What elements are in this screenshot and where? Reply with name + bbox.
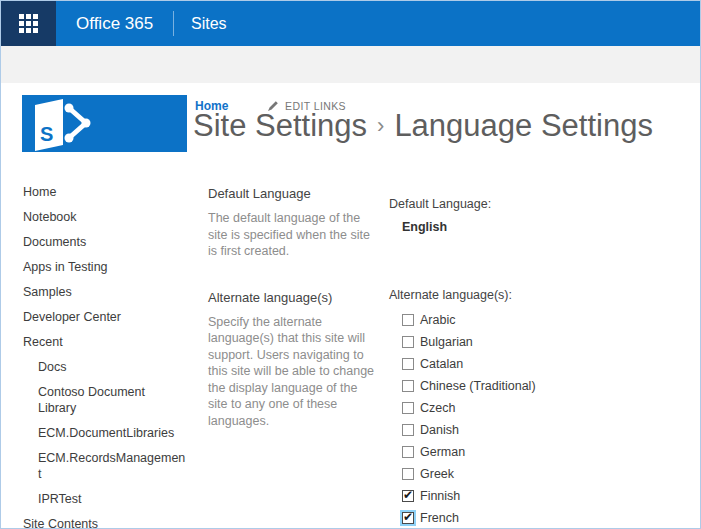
breadcrumb-chevron-icon: ›	[377, 113, 384, 138]
language-checkbox[interactable]	[402, 424, 414, 436]
settings-description-column: Default Language The default language of…	[208, 186, 376, 459]
default-language-section-description: The default language of the site is spec…	[208, 210, 376, 260]
sidebar-item[interactable]: Developer Center	[23, 309, 183, 325]
language-checkbox[interactable]	[402, 490, 414, 502]
sidebar-item[interactable]: IPRTest	[38, 491, 186, 507]
language-checkbox-row[interactable]: Finnish	[402, 485, 649, 507]
ribbon-band	[1, 46, 700, 83]
alternate-language-section: Alternate language(s) Specify the altern…	[208, 290, 376, 430]
language-checkbox[interactable]	[402, 512, 414, 524]
language-checkbox[interactable]	[402, 468, 414, 480]
sidebar-item[interactable]: Recent	[23, 334, 183, 350]
language-checkbox-label[interactable]: Catalan	[420, 357, 463, 371]
sidebar-item[interactable]: ECM.RecordsManagement	[38, 450, 186, 482]
language-checkbox[interactable]	[402, 336, 414, 348]
language-checkbox[interactable]	[402, 380, 414, 392]
sites-nav-link[interactable]: Sites	[191, 1, 227, 46]
language-checkbox[interactable]	[402, 446, 414, 458]
sidebar-item[interactable]: Docs	[38, 359, 186, 375]
language-checkbox-row[interactable]: Chinese (Traditional)	[402, 375, 649, 397]
language-checkbox[interactable]	[402, 314, 414, 326]
svg-text:S: S	[40, 123, 53, 145]
office365-suite-bar: Office 365 Sites	[1, 1, 700, 46]
page-title-current: Language Settings	[394, 108, 653, 143]
default-language-section: Default Language The default language of…	[208, 186, 376, 260]
language-checkbox-row[interactable]: Arabic	[402, 309, 649, 331]
alternate-language-label: Alternate language(s):	[389, 288, 649, 302]
sharepoint-language-settings-page: Office 365 Sites S Home EDIT LINKS Site …	[0, 0, 701, 529]
sidebar-item[interactable]: Contoso Document Library	[38, 384, 186, 416]
language-checkbox-label[interactable]: Greek	[420, 467, 454, 481]
language-checkbox-label[interactable]: Arabic	[420, 313, 455, 327]
language-checkbox-list: Arabic Bulgarian Catalan Chinese (Tradit…	[389, 309, 649, 529]
sharepoint-logo-icon: S	[22, 95, 187, 152]
page-title: Site Settings›Language Settings	[193, 108, 693, 144]
sidebar-item[interactable]: Notebook	[23, 209, 183, 225]
language-checkbox-label[interactable]: Danish	[420, 423, 459, 437]
alternate-language-field: Alternate language(s): Arabic Bulgarian …	[389, 288, 649, 529]
suite-bar-divider	[173, 11, 174, 36]
alternate-language-section-title: Alternate language(s)	[208, 290, 376, 305]
language-checkbox-label[interactable]: Bulgarian	[420, 335, 473, 349]
sidebar-item[interactable]: Home	[23, 184, 183, 200]
sidebar-nav: Home Notebook Documents Apps in Testing …	[23, 184, 188, 529]
sharepoint-site-logo[interactable]: S	[22, 95, 187, 152]
language-checkbox-label[interactable]: German	[420, 445, 465, 459]
sidebar-item[interactable]: ECM.DocumentLibraries	[38, 425, 186, 441]
default-language-section-title: Default Language	[208, 186, 376, 201]
sidebar-item[interactable]: Documents	[23, 234, 183, 250]
office365-brand-label: Office 365	[76, 1, 153, 46]
language-checkbox-row[interactable]: Czech	[402, 397, 649, 419]
sidebar-item[interactable]: Apps in Testing	[23, 259, 183, 275]
default-language-label: Default Language:	[389, 197, 639, 211]
alternate-language-section-description: Specify the alternate language(s) that t…	[208, 314, 376, 430]
language-checkbox-row[interactable]: Catalan	[402, 353, 649, 375]
language-checkbox-row[interactable]: German	[402, 441, 649, 463]
language-checkbox[interactable]	[402, 358, 414, 370]
language-checkbox-label[interactable]: Czech	[420, 401, 455, 415]
page-title-parent: Site Settings	[193, 108, 367, 143]
language-checkbox-label[interactable]: Finnish	[420, 489, 460, 503]
app-launcher-button[interactable]	[1, 1, 56, 46]
language-checkbox[interactable]	[402, 402, 414, 414]
language-checkbox-label[interactable]: French	[420, 511, 459, 525]
default-language-value: English	[402, 220, 639, 234]
language-checkbox-row[interactable]: Bulgarian	[402, 331, 649, 353]
language-checkbox-row[interactable]: French	[402, 507, 649, 529]
default-language-field: Default Language: English	[389, 197, 639, 234]
language-checkbox-label[interactable]: Chinese (Traditional)	[420, 379, 536, 393]
waffle-icon	[19, 14, 38, 33]
sidebar-item[interactable]: Site Contents	[23, 516, 183, 529]
language-checkbox-row[interactable]: Greek	[402, 463, 649, 485]
sidebar-item[interactable]: Samples	[23, 284, 183, 300]
language-checkbox-row[interactable]: Danish	[402, 419, 649, 441]
